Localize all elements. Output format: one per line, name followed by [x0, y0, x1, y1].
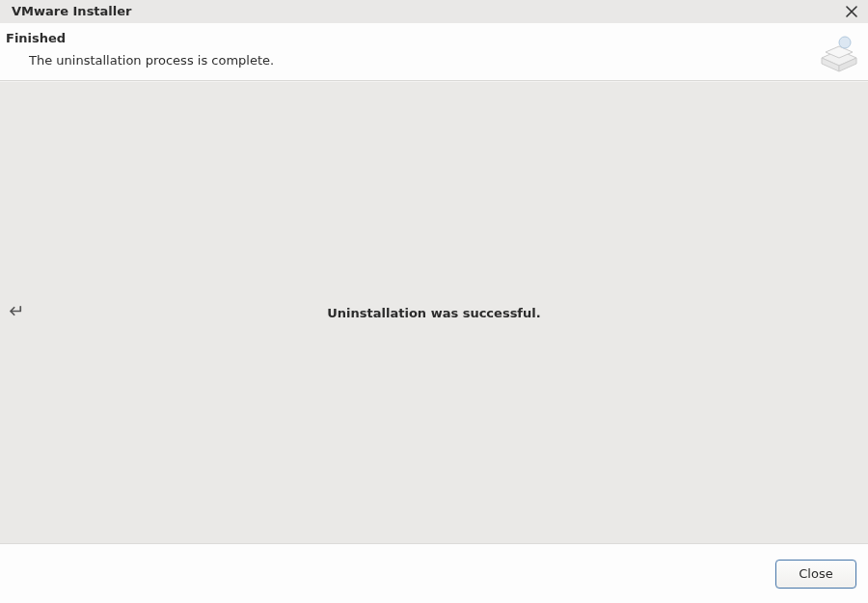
close-icon[interactable] [843, 3, 860, 20]
main-content-area: Uninstallation was successful. [0, 81, 868, 543]
installer-box-icon [818, 31, 860, 73]
close-button[interactable]: Close [775, 560, 856, 589]
return-icon [10, 306, 24, 320]
header-text-block: Finished The uninstallation process is c… [6, 29, 818, 74]
titlebar: VMware Installer [0, 0, 868, 23]
footer-button-bar: Close [0, 543, 868, 603]
status-message: Uninstallation was successful. [327, 306, 540, 320]
header-subtext: The uninstallation process is complete. [29, 53, 818, 68]
svg-point-0 [839, 37, 851, 48]
header-panel: Finished The uninstallation process is c… [0, 23, 868, 81]
window-title: VMware Installer [12, 4, 843, 18]
header-heading: Finished [6, 31, 818, 45]
